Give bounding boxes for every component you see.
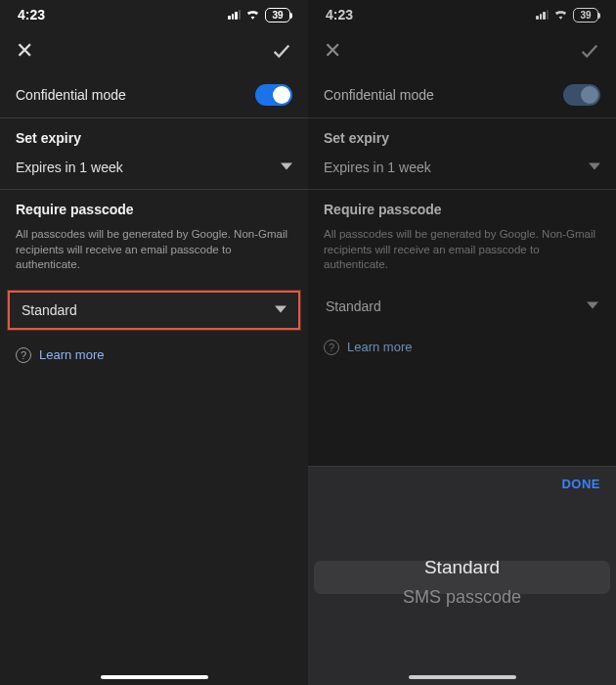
wifi-icon [245, 8, 260, 23]
chevron-down-icon [275, 302, 286, 318]
nav-bar: ✕ [308, 29, 616, 72]
passcode-value: Standard [22, 302, 77, 318]
help-icon: ? [324, 340, 339, 355]
passcode-helper: All passcodes will be generated by Googl… [308, 223, 616, 283]
status-bar: 4:23 39 [0, 0, 308, 29]
picker-wheel[interactable]: Standard SMS passcode [308, 499, 616, 665]
expiry-select[interactable]: Expires in 1 week [308, 152, 616, 189]
picker-option[interactable]: SMS passcode [403, 582, 521, 612]
home-indicator[interactable] [101, 675, 208, 679]
passcode-select[interactable]: Standard [322, 291, 602, 322]
picker-option-selected[interactable]: Standard [424, 553, 500, 582]
confidential-mode-label: Confidential mode [16, 87, 126, 103]
confidential-mode-row: Confidential mode [0, 72, 308, 117]
battery-level: 39 [580, 10, 591, 21]
chevron-down-icon [589, 160, 600, 175]
chevron-down-icon [281, 160, 292, 175]
cellular-icon [536, 10, 549, 20]
help-icon: ? [16, 347, 31, 363]
learn-more-link[interactable]: ? Learn more [308, 322, 616, 373]
confidential-mode-label: Confidential mode [324, 87, 434, 103]
expiry-value: Expires in 1 week [16, 160, 123, 175]
picker-sheet: DONE Standard SMS passcode [308, 466, 616, 685]
confidential-mode-toggle[interactable] [563, 84, 600, 106]
home-indicator[interactable] [409, 675, 516, 679]
nav-bar: ✕ [0, 29, 308, 72]
confidential-mode-toggle[interactable] [255, 84, 292, 106]
passcode-value: Standard [326, 298, 381, 314]
expiry-select[interactable]: Expires in 1 week [0, 152, 308, 189]
expiry-title: Set expiry [308, 118, 616, 152]
picker-done-button[interactable]: DONE [561, 477, 600, 491]
learn-more-label: Learn more [347, 340, 412, 354]
confidential-mode-row: Confidential mode [308, 72, 616, 117]
wifi-icon [553, 8, 568, 23]
expiry-title: Set expiry [0, 118, 308, 152]
screen-left: 4:23 39 ✕ Confidential mode Set expiry E… [0, 0, 308, 685]
status-bar: 4:23 39 [308, 0, 616, 29]
status-icons: 39 [536, 8, 598, 23]
picker-toolbar: DONE [308, 467, 616, 499]
battery-icon: 39 [573, 8, 598, 23]
confirm-icon[interactable] [271, 40, 292, 62]
passcode-select[interactable]: Standard [8, 291, 300, 330]
passcode-title: Require passcode [308, 190, 616, 223]
passcode-title: Require passcode [0, 190, 308, 223]
learn-more-link[interactable]: ? Learn more [0, 330, 308, 381]
expiry-value: Expires in 1 week [324, 160, 431, 175]
status-time: 4:23 [326, 7, 353, 23]
status-time: 4:23 [18, 7, 45, 23]
cellular-icon [228, 10, 241, 20]
learn-more-label: Learn more [39, 347, 104, 362]
confirm-icon[interactable] [579, 40, 600, 62]
chevron-down-icon [587, 298, 598, 314]
close-icon[interactable]: ✕ [324, 40, 341, 62]
status-icons: 39 [228, 8, 290, 23]
passcode-helper: All passcodes will be generated by Googl… [0, 223, 308, 283]
battery-icon: 39 [265, 8, 290, 23]
battery-level: 39 [272, 10, 283, 21]
screen-right: 4:23 39 ✕ Confidential mode Set expiry E… [308, 0, 616, 685]
close-icon[interactable]: ✕ [16, 40, 33, 62]
